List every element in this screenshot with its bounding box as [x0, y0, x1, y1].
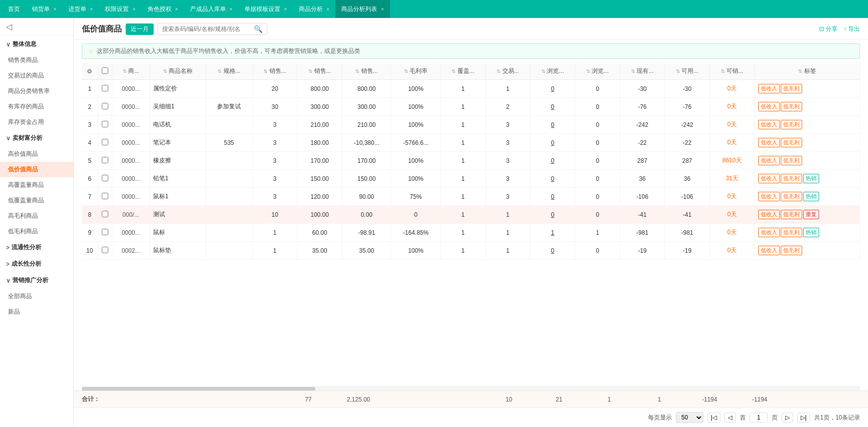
row-checkbox[interactable]	[102, 121, 108, 127]
row-checkbox[interactable]	[102, 211, 108, 217]
last-page-button[interactable]: ▷|	[797, 413, 810, 423]
cell-checkbox[interactable]	[98, 116, 112, 134]
sidebar-item-low-profit[interactable]: 低毛利商品	[0, 224, 73, 239]
cell-browse1[interactable]: 0	[530, 170, 575, 188]
cell-browse1[interactable]: 1	[530, 224, 575, 242]
sidebar-collapse-btn[interactable]: ◁	[0, 18, 73, 36]
cell-checkbox[interactable]	[98, 170, 112, 188]
first-page-button[interactable]: |◁	[707, 413, 720, 423]
prev-page-button[interactable]: ◁	[724, 413, 736, 423]
row-checkbox[interactable]	[102, 229, 108, 235]
sidebar-item-high-profit[interactable]: 高毛利商品	[0, 208, 73, 224]
close-icon[interactable]: ×	[229, 6, 232, 12]
row-checkbox[interactable]	[102, 139, 108, 145]
search-icon[interactable]: 🔍	[254, 25, 262, 33]
sidebar-item-high-coverage[interactable]: 高覆盖量商品	[0, 177, 73, 193]
col-browse2[interactable]: ⇅ 浏览...	[575, 63, 620, 80]
cell-browse1[interactable]: 0	[530, 152, 575, 170]
nav-item-home[interactable]: 首页	[2, 0, 26, 18]
cell-browse1[interactable]: 0	[530, 134, 575, 152]
cell-name[interactable]: 橡皮擦	[150, 152, 206, 170]
page-size-select[interactable]: 50 100 200	[676, 412, 703, 423]
sidebar-item-stock-capital[interactable]: 库存资金占用	[0, 114, 73, 130]
col-settings[interactable]: ⚙	[82, 63, 98, 80]
nav-item-product-analysis[interactable]: 商品分析 ×	[293, 0, 335, 18]
sidebar-item-all-goods[interactable]: 全部商品	[0, 289, 73, 304]
col-code[interactable]: ⇅ 商...	[112, 63, 150, 80]
cell-name[interactable]: 吴细细1	[150, 98, 206, 116]
cell-checkbox[interactable]	[98, 134, 112, 152]
sidebar-item-traded-goods[interactable]: 交易过的商品	[0, 68, 73, 83]
sidebar-group-header-liquidity[interactable]: > 流通性分析	[0, 239, 73, 256]
cell-checkbox[interactable]	[98, 242, 112, 260]
next-page-button[interactable]: ▷	[782, 413, 793, 423]
sidebar-item-low-value[interactable]: 低价值商品	[0, 162, 73, 177]
row-checkbox[interactable]	[102, 157, 108, 163]
close-icon[interactable]: ×	[381, 6, 384, 12]
close-icon[interactable]: ×	[133, 6, 136, 12]
col-checkbox[interactable]	[98, 63, 112, 80]
nav-item-purchase[interactable]: 进货单 ×	[62, 0, 99, 18]
sidebar-group-header-marketing[interactable]: ∨ 营销推广分析	[0, 272, 73, 289]
sidebar-item-stocked-goods[interactable]: 有库存的商品	[0, 99, 73, 114]
cell-name[interactable]: 鼠标	[150, 224, 206, 242]
col-sale-amount[interactable]: ⇅ 销售...	[342, 63, 391, 80]
close-icon[interactable]: ×	[175, 6, 178, 12]
col-coverage[interactable]: ⇅ 覆盖...	[440, 63, 485, 80]
cell-name[interactable]: 笔记本	[150, 134, 206, 152]
close-icon[interactable]: ×	[90, 6, 93, 12]
cell-checkbox[interactable]	[98, 188, 112, 206]
search-input[interactable]	[162, 25, 252, 32]
close-icon[interactable]: ×	[53, 6, 56, 12]
sidebar-item-low-coverage[interactable]: 低覆盖量商品	[0, 193, 73, 208]
col-trade[interactable]: ⇅ 交易...	[485, 63, 530, 80]
close-icon[interactable]: ×	[284, 6, 287, 12]
col-browse1[interactable]: ⇅ 浏览...	[530, 63, 575, 80]
col-spec[interactable]: ⇅ 规格...	[206, 63, 252, 80]
sidebar-group-header-overall[interactable]: ∨ 整体信息	[0, 36, 73, 52]
col-tags[interactable]: ⇅ 标签	[754, 63, 860, 80]
cell-checkbox[interactable]	[98, 206, 112, 224]
col-current-stock[interactable]: ⇅ 现有...	[620, 63, 665, 80]
cell-checkbox[interactable]	[98, 224, 112, 242]
select-all-checkbox[interactable]	[102, 67, 108, 74]
sidebar-group-header-growth[interactable]: > 成长性分析	[0, 256, 73, 272]
cell-browse1[interactable]: 0	[530, 188, 575, 206]
nav-item-template[interactable]: 单据模板设置 ×	[238, 0, 293, 18]
sidebar-item-high-value[interactable]: 高价值商品	[0, 146, 73, 162]
col-available[interactable]: ⇅ 可用...	[665, 63, 710, 80]
col-profit-rate[interactable]: ⇅ 毛利率	[391, 63, 440, 80]
cell-browse1[interactable]: 0	[530, 242, 575, 260]
export-button[interactable]: ↑ 导出	[844, 25, 860, 33]
cell-name[interactable]: 测试	[150, 206, 206, 224]
row-checkbox[interactable]	[102, 247, 108, 253]
horizontal-scrollbar[interactable]	[82, 387, 860, 391]
close-icon[interactable]: ×	[326, 6, 329, 12]
sidebar-group-header-wealth[interactable]: ∨ 卖财富分析	[0, 130, 73, 146]
col-sale-price[interactable]: ⇅ 销售...	[297, 63, 342, 80]
nav-item-warehouse[interactable]: 产成品入库单 ×	[184, 0, 238, 18]
sidebar-item-category-rate[interactable]: 商品分类销售率	[0, 83, 73, 99]
row-checkbox[interactable]	[102, 103, 108, 109]
nav-item-product-analysis-list[interactable]: 商品分析列表 ×	[335, 0, 390, 18]
page-number-input[interactable]	[750, 413, 768, 423]
row-checkbox[interactable]	[102, 85, 108, 91]
cell-name[interactable]: 电话机	[150, 116, 206, 134]
nav-item-role[interactable]: 角色授权 ×	[142, 0, 184, 18]
cell-checkbox[interactable]	[98, 80, 112, 98]
cell-name[interactable]: 鼠标垫	[150, 242, 206, 260]
share-button[interactable]: ⊡ 分享	[819, 25, 838, 33]
cell-name[interactable]: 鼠标1	[150, 188, 206, 206]
nav-item-permissions[interactable]: 权限设置 ×	[99, 0, 141, 18]
time-filter-button[interactable]: 近一月	[126, 23, 154, 35]
sidebar-item-sales-goods[interactable]: 销售类商品	[0, 52, 73, 68]
col-sellable[interactable]: ⇅ 可销...	[709, 63, 754, 80]
row-checkbox[interactable]	[102, 175, 108, 181]
cell-browse1[interactable]: 0	[530, 98, 575, 116]
row-checkbox[interactable]	[102, 193, 108, 199]
cell-checkbox[interactable]	[98, 98, 112, 116]
col-sale-qty[interactable]: ⇅ 销售...	[252, 63, 297, 80]
cell-name[interactable]: 铅笔1	[150, 170, 206, 188]
cell-browse1[interactable]: 0	[530, 116, 575, 134]
cell-name[interactable]: 属性定价	[150, 80, 206, 98]
